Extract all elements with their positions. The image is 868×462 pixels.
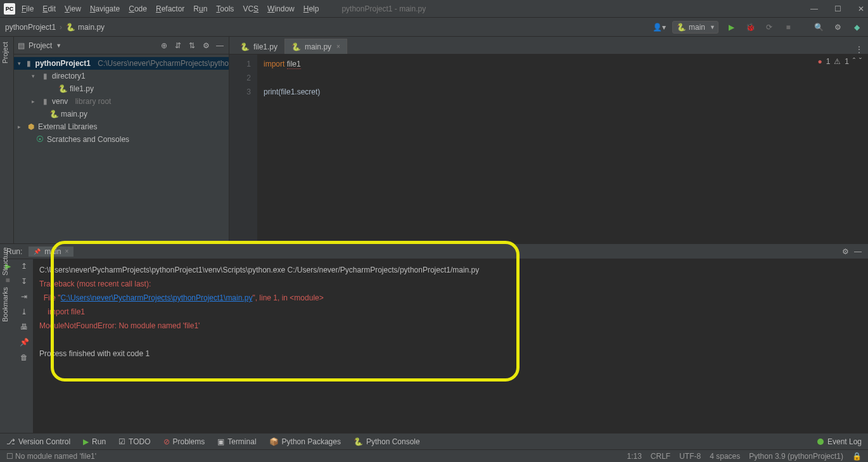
print-icon[interactable]: 🖶: [20, 323, 28, 331]
bookmarks-tool-tab[interactable]: Bookmarks: [0, 283, 14, 326]
status-caret-pos[interactable]: 1:13: [627, 452, 642, 461]
chevron-down-icon[interactable]: ▼: [56, 42, 61, 49]
chevron-right-icon[interactable]: ▸: [18, 124, 24, 130]
gear-icon[interactable]: ⚙: [842, 247, 849, 256]
menu-file[interactable]: File: [22, 4, 34, 13]
code-area[interactable]: import file1 print(file1.secret): [257, 55, 868, 243]
python-icon: 🐍: [354, 437, 363, 446]
tree-project-root[interactable]: ▾ ▮ pythonProject1 C:\Users\never\Pychar…: [14, 57, 229, 70]
minimize-icon[interactable]: ―: [810, 4, 818, 13]
tool-todo[interactable]: ☑TODO: [118, 437, 150, 446]
tabs-more-icon[interactable]: ⋮: [855, 45, 868, 54]
menu-refactor[interactable]: Refactor: [156, 4, 184, 13]
menu-navigate[interactable]: Navigate: [90, 4, 120, 13]
tree-file1[interactable]: 🐍 file1.py: [14, 82, 229, 95]
pin-icon[interactable]: 📌: [20, 338, 29, 347]
line-gutter: 1 2 3: [229, 55, 257, 243]
tool-label: Version Control: [18, 437, 70, 446]
project-tool-tab[interactable]: Project: [0, 37, 10, 68]
breadcrumb-root[interactable]: pythonProject1: [5, 23, 56, 32]
gear-icon[interactable]: ⚙: [831, 21, 844, 34]
chevron-right-icon[interactable]: ▸: [32, 98, 38, 105]
menu-window[interactable]: Window: [267, 4, 295, 13]
menu-help[interactable]: Help: [303, 4, 319, 13]
user-with-me-icon[interactable]: 👤▾: [653, 23, 666, 32]
stop-button[interactable]: ■: [782, 21, 795, 34]
run-config-selector[interactable]: 🐍 main ▼: [672, 21, 718, 34]
tree-main[interactable]: 🐍 main.py: [14, 108, 229, 120]
structure-tool-tab[interactable]: Structure: [0, 243, 14, 279]
hide-icon[interactable]: ―: [215, 41, 225, 50]
tree-external-libs[interactable]: ▸ ⬢ External Libraries: [14, 120, 229, 133]
tab-label: main.py: [305, 42, 331, 51]
warning-count: 1: [845, 57, 849, 66]
debug-button[interactable]: 🐞: [744, 21, 756, 34]
run-button[interactable]: ▶: [725, 21, 737, 34]
tool-terminal[interactable]: ▣Terminal: [217, 437, 256, 446]
locate-icon[interactable]: ⊕: [159, 41, 169, 50]
menu-tools[interactable]: Tools: [216, 4, 234, 13]
console-file-link[interactable]: C:\Users\never\PycharmProjects\pythonPro…: [61, 293, 253, 302]
maximize-icon[interactable]: ☐: [834, 4, 841, 13]
status-indent[interactable]: 4 spaces: [710, 452, 740, 461]
error-icon: ●: [817, 57, 822, 66]
gear-icon[interactable]: ⚙: [201, 41, 211, 50]
tool-python-packages[interactable]: 📦Python Packages: [269, 437, 341, 446]
run-tab-main[interactable]: 📌 main ×: [29, 247, 73, 257]
soft-wrap-icon[interactable]: ⇥: [21, 292, 27, 301]
scroll-to-end-icon[interactable]: ⤓: [21, 307, 27, 316]
hide-icon[interactable]: ―: [854, 247, 862, 256]
breadcrumb-file[interactable]: main.py: [78, 23, 105, 32]
tool-python-console[interactable]: 🐍Python Console: [354, 437, 420, 446]
chevron-up-icon[interactable]: ˆ: [853, 57, 855, 66]
code-ident: file1: [287, 60, 301, 69]
tab-file1[interactable]: 🐍 file1.py: [233, 39, 284, 54]
project-tool-title[interactable]: Project: [29, 41, 52, 50]
tool-label: TODO: [129, 437, 150, 446]
collapse-all-icon[interactable]: ⇅: [187, 41, 197, 50]
run-with-coverage-button[interactable]: ⟳: [763, 21, 775, 34]
down-icon[interactable]: ↧: [21, 277, 27, 286]
console-output[interactable]: C:\Users\never\PycharmProjects\pythonPro…: [33, 259, 868, 433]
tool-version-control[interactable]: ⎇Version Control: [6, 437, 70, 446]
inspection-indicator[interactable]: ●1 ⚠1 ˆ ˇ: [817, 57, 862, 66]
chevron-down-icon[interactable]: ▾: [18, 60, 23, 67]
menu-run[interactable]: Run: [193, 4, 207, 13]
tab-main[interactable]: 🐍 main.py ×: [284, 39, 347, 54]
tool-run[interactable]: ▶Run: [83, 437, 106, 446]
tool-label: Problems: [173, 437, 205, 446]
expand-all-icon[interactable]: ⇵: [173, 41, 183, 50]
tree-directory1[interactable]: ▾ ▮ directory1: [14, 70, 229, 82]
menu-view[interactable]: View: [65, 4, 81, 13]
code-with-me-icon[interactable]: ◆: [850, 21, 863, 34]
chevron-down-icon[interactable]: ▾: [32, 73, 38, 79]
close-icon[interactable]: ✕: [858, 4, 864, 13]
chevron-down-icon[interactable]: ˇ: [859, 57, 862, 66]
close-tab-icon[interactable]: ×: [65, 248, 68, 255]
status-line-sep[interactable]: CRLF: [651, 452, 670, 461]
run-tab-label: main: [44, 247, 61, 256]
editor-body[interactable]: 1 2 3 import file1 print(file1.secret) ●…: [229, 55, 868, 243]
lock-icon[interactable]: 🔒: [852, 452, 862, 461]
tree-scratches[interactable]: ⦿ Scratches and Consoles: [14, 133, 229, 146]
tool-label: Terminal: [227, 437, 256, 446]
tool-event-log[interactable]: Event Log: [817, 437, 862, 446]
console-import-line: import file1: [39, 307, 85, 316]
folder-icon: ▮: [41, 97, 49, 106]
package-icon: 📦: [269, 437, 279, 446]
bottom-tool-bar: ⎇Version Control ▶Run ☑TODO ⊘Problems ▣T…: [0, 433, 868, 449]
menu-vcs[interactable]: VCS: [243, 4, 258, 13]
tool-problems[interactable]: ⊘Problems: [163, 437, 205, 446]
project-tree[interactable]: ▾ ▮ pythonProject1 C:\Users\never\Pychar…: [14, 55, 229, 148]
trash-icon[interactable]: 🗑: [20, 353, 28, 362]
status-interpreter[interactable]: Python 3.9 (pythonProject1): [749, 452, 843, 461]
search-icon[interactable]: 🔍: [812, 21, 825, 34]
up-icon[interactable]: ↥: [21, 262, 27, 271]
status-encoding[interactable]: UTF-8: [679, 452, 701, 461]
console-exit: Process finished with exit code 1: [39, 349, 150, 358]
tree-label: directory1: [52, 72, 86, 80]
menu-edit[interactable]: Edit: [42, 4, 56, 13]
close-tab-icon[interactable]: ×: [336, 43, 340, 50]
tree-venv[interactable]: ▸ ▮ venv library root: [14, 95, 229, 108]
menu-code[interactable]: Code: [129, 4, 147, 13]
